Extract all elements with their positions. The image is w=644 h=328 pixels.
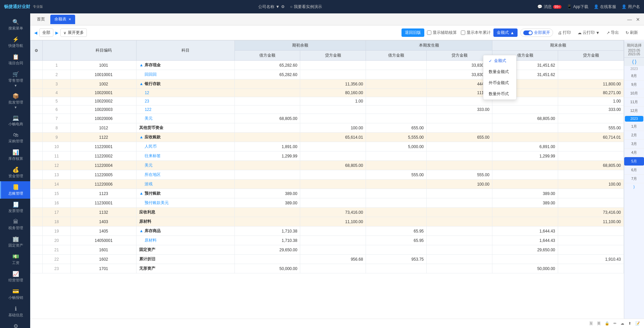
month-4[interactable]: 4月 [624,148,644,157]
online-service-btn[interactable]: 👤 在线客服 [594,4,616,10]
table-row[interactable]: 7 10020006 美元 68,805.00 68,805.00 [31,114,624,123]
month-11[interactable]: 11月 [624,98,644,107]
sidebar-item-purchase[interactable]: 🛍 采购管理 [0,129,30,146]
expand-icon[interactable]: ▲ [139,135,143,139]
month-7[interactable]: 7月 [624,175,644,183]
sidebar-item-tax[interactable]: 🏛 税务管理 [0,216,30,233]
table-row[interactable]: 19 1405 ▲库存商品 1,710.38 65.95 1,644.43 [31,226,624,236]
table-row[interactable]: 5 10020002 23 1.00 1.00 [31,97,624,106]
month-10[interactable]: 10月 [624,89,644,98]
month-12[interactable]: 12月 [624,107,644,115]
table-row[interactable]: 15 1123 ▲预付账款 389.00 389.00 [31,189,624,198]
tab-close-icon[interactable]: ✕ [68,17,71,21]
account-name-link[interactable]: 12 [145,90,149,95]
account-name-link[interactable]: 人民币 [145,144,157,149]
sidebar-item-operations[interactable]: 📈 经营管理 [0,268,30,285]
table-row[interactable]: 9 1122 ▲应收账款 65,614.01 5,555.00 655.00 6… [31,133,624,142]
month-5[interactable]: 5月 [624,157,644,166]
settings-col-header[interactable]: ⚙ [31,41,43,61]
status-upload-btn[interactable]: ⬆ [628,321,631,326]
table-row[interactable]: 10 11220001 人民币 1,891.00 5,000.00 6,891.… [31,142,624,151]
expand-up-icon[interactable]: ⟨ [632,59,634,65]
sidebar-item-retail[interactable]: 🛒 零售管理 ▼ [0,68,30,90]
filter-all-btn[interactable]: 全部 [39,28,53,37]
table-row[interactable]: 4 10020001 12 80,160.00 111.00 80,271.00 [31,89,624,97]
status-lock-btn[interactable]: 🔒 [605,321,609,326]
table-row[interactable]: 1 1001 ▲库存现金 65,282.60 33,830.98 31,451.… [31,61,624,70]
check-yearly-input[interactable] [461,30,465,35]
expand-more-btn[interactable]: ∨ 展开更多 [60,28,87,37]
account-name-link[interactable]: 往来标签 [145,153,161,158]
mode-btn[interactable]: 金额式 ▲ [493,28,518,37]
sidebar-item-inventory[interactable]: 📊 库存核算 [0,146,30,164]
right-arrow-icon[interactable]: ▶ [55,30,58,35]
sidebar-item-finance[interactable]: 💰 资金管理 [0,164,30,181]
back-btn[interactable]: 退回旧版 [401,28,424,37]
sidebar-item-ledger[interactable]: 📒 总账管理 [0,181,30,199]
month-6[interactable]: 6月 [624,166,644,175]
table-row[interactable]: 11 11220002 往来标签 1,299.99 1,299.99 [31,151,624,161]
dropdown-item-foreign[interactable]: 外币金额式 [483,77,516,88]
print-btn[interactable]: 🖨 打印 [556,29,573,37]
company-dropdown[interactable]: 公司名称 ▼ ⚙ [258,4,285,10]
tab-close-btn[interactable]: ✕ [635,16,641,23]
status-edit-btn[interactable]: ✏ [613,321,616,326]
table-row[interactable]: 18 1403 原材料 11,100.00 11,100.00 [31,217,624,226]
dropdown-item-amount[interactable]: ✓ 金额式 [483,55,516,66]
status-btn-2[interactable]: 英 [597,321,601,326]
table-row[interactable]: 13 11220005 所在地区 555.00 555.00 [31,170,624,180]
export-btn[interactable]: ↗ 导出 [604,29,621,37]
check-auxiliary-input[interactable] [427,30,431,35]
table-row[interactable]: 12 11220004 美元 68,805.00 68,805.00 [31,161,624,170]
tab-balance[interactable]: 余额表 ✕ [50,15,75,24]
message-btn[interactable]: 💬 消息 99+ [537,4,561,10]
table-row[interactable]: 6 10020003 122 333.00 333.00 [31,106,624,114]
month-9[interactable]: 9月 [624,80,644,89]
sidebar-item-ecommerce[interactable]: 💻 小畅电商 [0,112,30,129]
account-name-link[interactable]: 美元 [145,163,153,168]
month-3[interactable]: 3月 [624,140,644,148]
account-name-link[interactable]: 122 [145,107,151,112]
account-name-link[interactable]: 预付账款美元 [145,200,169,205]
table-row[interactable]: 22 1602 累计折旧 956.68 953.75 1,910.43 [31,255,624,264]
table-row[interactable]: 3 1002 ▲银行存款 11,356.00 444.00 11,800.00 [31,79,624,89]
dropdown-item-qty-foreign[interactable]: 数量外币式 [483,88,516,100]
account-name-link[interactable]: 游戏 [145,182,153,186]
sidebar-item-nav[interactable]: ⚡ 快捷导航 [0,34,30,51]
sidebar-item-search[interactable]: 🔍 搜索菜单 [0,16,30,34]
table-row[interactable]: 17 1132 应收利息 73,416.00 73,416.00 [31,208,624,217]
month-8[interactable]: 8月 [624,72,644,80]
table-row[interactable]: 20 14050001 原材料 1,710.38 65.95 1,644.43 [31,236,624,245]
refresh-btn[interactable]: ↻ 刷新 [624,29,640,37]
demo-link[interactable]: ○ 我要看实例演示 [290,4,322,10]
cloud-print-btn[interactable]: ☁ 云打印 ▼ [576,29,602,37]
expand-icon[interactable]: ▲ [139,81,143,86]
account-name-link[interactable]: 美元 [145,116,153,121]
table-row[interactable]: 16 11230001 预付账款美元 389.00 389.00 [31,198,624,208]
status-cloud-btn[interactable]: ☁ [621,321,624,326]
sidebar-item-wholesale[interactable]: 📦 批发管理 ▼ [0,90,30,112]
month-1[interactable]: 1月 [624,122,644,131]
account-name-link[interactable]: 所在地区 [145,172,161,177]
sidebar-item-assets[interactable]: 🏢 固定资产 [0,233,30,251]
account-name-link[interactable]: 原材料 [145,238,157,243]
sidebar-item-basic[interactable]: ℹ 基础信息 [0,303,30,320]
tab-home[interactable]: 首页 [33,15,49,24]
sidebar-item-system[interactable]: ⚙ 系统管理 [0,320,30,328]
expand-icon[interactable]: ▲ [139,228,143,233]
sidebar-item-contract[interactable]: 📋 项目合同 [0,51,30,68]
sidebar-item-invoice[interactable]: 🧾 发票管理 [0,199,30,216]
status-btn-1[interactable]: 至 [589,321,593,326]
app-download-btn[interactable]: 📱 App下载 [567,4,588,10]
tab-minimize-btn[interactable]: — [626,16,633,23]
expand-icon[interactable]: ▲ [139,63,143,67]
user-menu[interactable]: 👤 用户名 [622,4,640,10]
collapse-btn[interactable]: ⟩ [624,183,644,191]
expand-icon[interactable]: ▲ [139,191,143,196]
account-name-link[interactable]: 回回回 [145,72,157,77]
sidebar-item-payroll[interactable]: 💵 工资 [0,251,30,268]
dropdown-item-qty-amount[interactable]: 数量金额式 [483,66,516,77]
table-row[interactable]: 21 1601 固定资产 29,650.00 29,650.00 [31,245,624,255]
status-note-btn[interactable]: 📝 [635,321,640,326]
month-2[interactable]: 2月 [624,131,644,140]
